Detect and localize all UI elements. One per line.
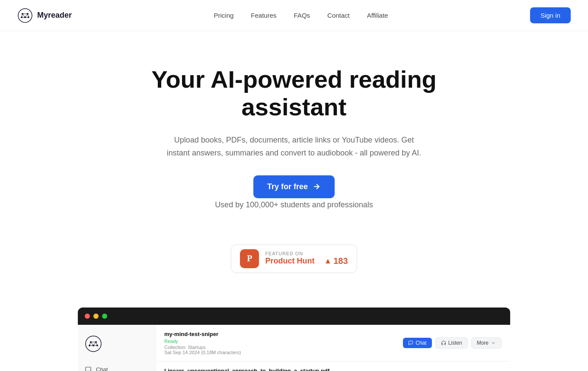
doc-row-inner: my-mind-test-sniper Ready Collection: St… — [164, 331, 502, 355]
nav-pricing[interactable]: Pricing — [214, 12, 233, 19]
logo-icon — [17, 8, 33, 23]
chat-action-icon — [408, 340, 413, 346]
app-titlebar — [78, 308, 510, 325]
nav-links: Pricing Features FAQs Contact Affiliate — [214, 12, 388, 19]
logo[interactable]: Myreader — [17, 8, 72, 23]
sign-in-button[interactable]: Sign in — [530, 7, 571, 23]
titlebar-close-dot — [85, 314, 90, 319]
svg-point-14 — [86, 336, 101, 352]
doc-left: Linears_unconventional_approach_to_build… — [164, 368, 403, 371]
chat-button[interactable]: Chat — [403, 338, 431, 348]
doc-collection: Collection: Startups — [164, 345, 403, 350]
product-hunt-badge[interactable]: P FEATURED ON Product Hunt ▲ 183 — [231, 244, 357, 273]
ph-letter: P — [247, 254, 252, 263]
doc-actions: Chat Listen More — [403, 337, 502, 349]
more-button[interactable]: More — [471, 337, 502, 349]
document-list: my-mind-test-sniper Ready Collection: St… — [156, 325, 510, 371]
hero-section: Your AI-powered reading assistant Upload… — [0, 31, 588, 290]
nav-affiliate[interactable]: Affiliate — [367, 12, 388, 19]
ph-text: FEATURED ON Product Hunt ▲ 183 — [265, 251, 348, 266]
hero-headline: Your AI-powered reading assistant — [143, 66, 445, 121]
chat-icon — [85, 366, 92, 371]
navbar: Myreader Pricing Features FAQs Contact A… — [0, 0, 588, 31]
doc-date: Sat Sep 14 2024 (0.18M characters) — [164, 350, 403, 355]
app-preview: Chat Upload Library History Accou — [78, 308, 510, 371]
chevron-down-icon — [491, 340, 496, 346]
app-body: Chat Upload Library History Accou — [78, 325, 510, 371]
sidebar-logo — [78, 332, 155, 363]
titlebar-min-dot — [93, 314, 99, 319]
hero-subheadline: Upload books, PDFs, documents, article l… — [164, 133, 424, 160]
sidebar: Chat Upload Library History Accou — [78, 325, 156, 371]
nav-faqs[interactable]: FAQs — [294, 12, 310, 19]
listen-button[interactable]: Listen — [435, 337, 468, 349]
svg-line-22 — [93, 342, 96, 346]
sidebar-item-chat[interactable]: Chat — [78, 363, 155, 371]
doc-status: Ready — [164, 339, 403, 344]
ph-upvote-icon: ▲ — [324, 257, 332, 266]
listen-icon — [441, 340, 446, 346]
ph-icon: P — [240, 249, 259, 268]
doc-row-inner: Linears_unconventional_approach_to_build… — [164, 368, 502, 371]
arrow-right-icon — [312, 182, 321, 191]
sidebar-chat-label: Chat — [96, 366, 108, 371]
ph-count-container: ▲ 183 — [324, 256, 348, 266]
ph-count: 183 — [333, 256, 348, 266]
titlebar-max-dot — [102, 314, 107, 319]
ph-name: Product Hunt — [265, 257, 314, 266]
svg-line-7 — [22, 14, 25, 17]
social-proof: Used by 100,000+ students and profession… — [164, 198, 424, 212]
sidebar-logo-icon — [85, 335, 102, 352]
table-row: my-mind-test-sniper Ready Collection: St… — [156, 325, 510, 361]
doc-name: my-mind-test-sniper — [164, 331, 337, 337]
doc-name: Linears_unconventional_approach_to_build… — [164, 368, 337, 371]
nav-contact[interactable]: Contact — [327, 12, 350, 19]
doc-left: my-mind-test-sniper Ready Collection: St… — [164, 331, 403, 355]
try-for-free-button[interactable]: Try for free — [253, 175, 335, 198]
nav-features[interactable]: Features — [251, 12, 276, 19]
svg-line-21 — [91, 342, 93, 346]
svg-line-8 — [25, 14, 28, 17]
svg-point-0 — [18, 9, 32, 22]
table-row: Linears_unconventional_approach_to_build… — [156, 361, 510, 371]
logo-text: Myreader — [37, 11, 72, 20]
ph-featured-label: FEATURED ON — [265, 251, 348, 256]
